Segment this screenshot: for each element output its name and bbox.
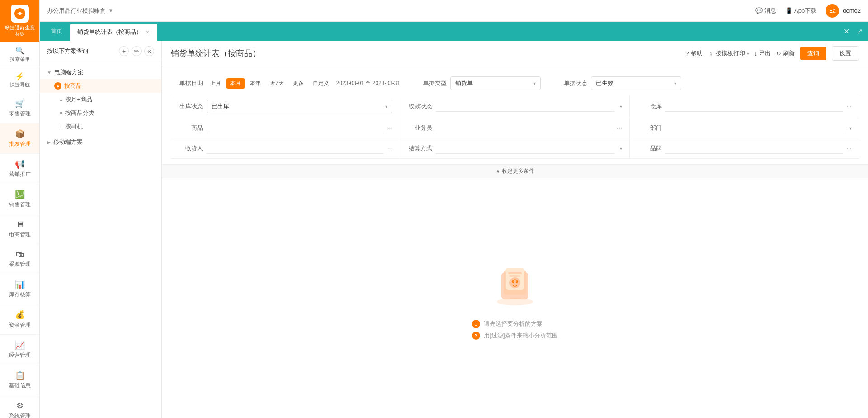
salesperson-input[interactable] (436, 123, 613, 133)
collapse-bar[interactable]: ∧ 收起更多条件 (162, 164, 868, 178)
collapse-icon: « (147, 48, 151, 55)
collapse-panel-btn[interactable]: « (144, 46, 154, 56)
filter-area: 单据日期 上月 本月 本年 近7天 更多 自定义 2023-03-01 至 20… (162, 66, 868, 164)
sidebar-item-operations[interactable]: 📈 经营管理 (0, 335, 39, 365)
help-btn[interactable]: ? 帮助 (685, 49, 702, 57)
query-btn[interactable]: 查询 (800, 47, 826, 60)
sidebar-item-wholesale[interactable]: 📦 批发管理 (0, 124, 39, 154)
export-label: 导出 (759, 49, 771, 57)
export-btn[interactable]: ↓ 导出 (755, 49, 771, 57)
add-scheme-btn[interactable]: + (119, 46, 129, 56)
doc-type-label: 单据类型 (422, 79, 447, 87)
search-menu-btn[interactable]: 🔍 搜索菜单 (0, 42, 39, 67)
search-icon: 🔍 (15, 46, 24, 55)
inventory-icon: 📊 (15, 280, 25, 290)
app-download-btn[interactable]: 📱 App下载 (785, 7, 816, 15)
warehouse-input[interactable] (665, 101, 843, 112)
doc-status-select[interactable]: 已生效 ▾ (591, 76, 681, 90)
date-tab-more[interactable]: 更多 (289, 78, 307, 89)
scheme-by-machine[interactable]: ≡ 按司机 (40, 120, 161, 133)
department-input[interactable] (665, 123, 844, 133)
tab-sales-stats[interactable]: 销货单统计表（按商品） ✕ (70, 24, 157, 41)
date-tab-this-month[interactable]: 本月 (226, 78, 245, 89)
main-area: 办公用品行业模拟账套 ▾ 💬 消息 📱 App下载 Ea demo2 首页 (40, 0, 868, 418)
date-tab-last-month[interactable]: 上月 (207, 78, 225, 89)
collapse-label: 收起更多条件 (502, 167, 534, 175)
sidebar-item-ecommerce[interactable]: 🖥 电商管理 (0, 214, 39, 244)
receipt-status-label: 收款状态 (407, 102, 432, 110)
product-input[interactable] (207, 123, 384, 133)
doc-status-label: 单据状态 (562, 79, 587, 87)
topbar-left: 办公用品行业模拟账套 ▾ (47, 7, 748, 15)
sidebar-item-marketing[interactable]: 📢 营销推广 (0, 154, 39, 184)
doc-type-select[interactable]: 销货单 ▾ (450, 76, 541, 90)
receiver-value: ··· (207, 143, 392, 154)
scheme-by-product[interactable]: ● 按商品 (40, 79, 161, 93)
refresh-btn[interactable]: ↻ 刷新 (776, 49, 795, 57)
empty-state: 1 请先选择要分析的方案 2 用[过滤]条件来缩小分析范围 (162, 178, 868, 418)
pc-scheme-group-title[interactable]: ▼ 电脑端方案 (40, 66, 161, 79)
warehouse-more-icon[interactable]: ··· (846, 103, 852, 110)
pc-scheme-group: ▼ 电脑端方案 ● 按商品 ≡ 按月+商品 ≡ 按商品分类 (40, 64, 161, 135)
doc-icon-1: ≡ (60, 97, 62, 102)
scheme-month-product[interactable]: ≡ 按月+商品 (40, 93, 161, 106)
sidebar-item-retail[interactable]: 🛒 零售管理 (0, 93, 39, 124)
shortcut-label: 快捷导航 (10, 81, 30, 88)
app-logo[interactable]: 畅捷通好生意 标版 (0, 0, 40, 42)
print-dropdown-icon[interactable]: ▾ (747, 51, 749, 56)
sidebar-item-sales[interactable]: 💹 销售管理 (0, 184, 39, 214)
out-status-select[interactable]: 已出库 ▾ (207, 100, 392, 113)
shortcut-nav-btn[interactable]: ⚡ 快捷导航 (0, 67, 39, 93)
finance-icon: 💰 (15, 310, 25, 320)
message-btn[interactable]: 💬 消息 (755, 7, 776, 15)
date-tab-this-year[interactable]: 本年 (246, 78, 264, 89)
user-menu-btn[interactable]: Ea demo2 (826, 4, 861, 18)
sidebar-item-system[interactable]: ⚙ 系统管理 (0, 395, 39, 418)
payment-arrow-icon: ▾ (620, 146, 622, 151)
empty-tip-2: 2 用[过滤]条件来缩小分析范围 (472, 332, 557, 340)
sidebar-item-label: 营销推广 (9, 171, 31, 178)
help-label: 帮助 (691, 49, 703, 57)
empty-tips: 1 请先选择要分析的方案 2 用[过滤]条件来缩小分析范围 (472, 320, 557, 340)
doc-type-arrow-icon: ▾ (533, 81, 536, 86)
sidebar-item-inventory[interactable]: 📊 库存核算 (0, 274, 39, 304)
receiver-input[interactable] (207, 143, 384, 154)
mobile-scheme-group[interactable]: ▶ 移动端方案 (40, 135, 161, 149)
brand-value: ··· (665, 143, 852, 154)
print-btn[interactable]: 🖨 按模板打印 ▾ (708, 49, 749, 57)
operations-icon: 📈 (15, 340, 25, 350)
receipt-status-input[interactable] (436, 101, 614, 112)
sidebar-item-finance[interactable]: 💰 资金管理 (0, 304, 39, 335)
settings-btn[interactable]: 设置 (832, 46, 859, 61)
dropdown-arrow-icon[interactable]: ▾ (109, 7, 113, 14)
tab-expand-btn[interactable]: ⤢ (855, 25, 864, 38)
retail-icon: 🛒 (15, 99, 25, 109)
scheme-product-category[interactable]: ≡ 按商品分类 (40, 106, 161, 120)
receiver-more-icon[interactable]: ··· (387, 145, 393, 152)
payment-input[interactable] (436, 143, 614, 154)
brand-input[interactable] (665, 143, 843, 154)
sidebar-item-basic[interactable]: 📋 基础信息 (0, 365, 39, 395)
message-icon: 💬 (755, 7, 763, 14)
page-title: 销货单统计表（按商品） (171, 48, 260, 59)
date-tab-custom[interactable]: 自定义 (309, 78, 333, 89)
sidebar-item-label: 电商管理 (9, 231, 31, 238)
content-area: 按以下方案查询 + ✏ « ▼ 电脑端方案 (40, 41, 868, 418)
tip-text-1: 请先选择要分析的方案 (484, 320, 542, 328)
date-tab-7days[interactable]: 近7天 (266, 78, 288, 89)
filter-row-4: 收货人 ··· 结算方式 ▾ 品牌 (171, 138, 859, 159)
salesperson-cell: 业务员 ··· (400, 118, 629, 138)
tab-home[interactable]: 首页 (43, 22, 70, 41)
edit-scheme-btn[interactable]: ✏ (132, 46, 142, 56)
tab-close-window-btn[interactable]: ✕ (842, 25, 851, 38)
department-cell: 部门 ▾ (630, 118, 859, 138)
doc-icon-2: ≡ (60, 110, 62, 116)
brand-more-icon[interactable]: ··· (846, 145, 852, 152)
brand-label: 品牌 (637, 144, 662, 152)
empty-tip-1: 1 请先选择要分析的方案 (472, 320, 557, 328)
product-more-icon[interactable]: ··· (387, 124, 393, 132)
salesperson-more-icon[interactable]: ··· (617, 124, 622, 132)
tab-close-btn[interactable]: ✕ (146, 29, 150, 35)
salesperson-value: ··· (436, 123, 622, 133)
sidebar-item-purchase[interactable]: 🛍 采购管理 (0, 244, 39, 274)
